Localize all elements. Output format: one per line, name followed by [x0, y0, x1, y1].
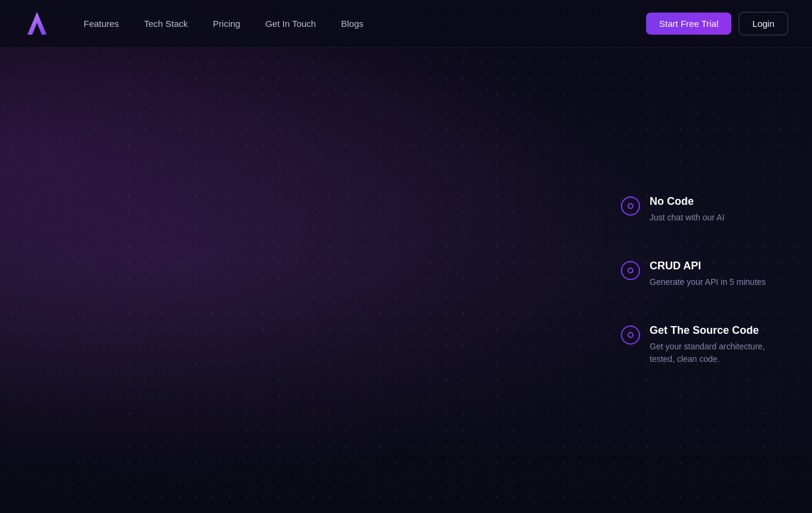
feature-no-code: No Code Just chat with our AI [621, 195, 788, 224]
nav-link-blogs[interactable]: Blogs [331, 14, 373, 33]
no-code-title: No Code [650, 195, 724, 208]
source-code-icon-inner [628, 332, 633, 338]
crud-api-description: Generate your API in 5 minutes [650, 276, 766, 288]
source-code-description: Get your standard architecture, tested, … [650, 340, 781, 365]
crud-api-text: CRUD API Generate your API in 5 minutes [650, 260, 766, 288]
hero-left [0, 48, 609, 513]
source-code-icon [621, 325, 640, 345]
nav-right: Start Free Trial Login [646, 12, 788, 35]
no-code-text: No Code Just chat with our AI [650, 195, 724, 224]
feature-source-code: Get The Source Code Get your standard ar… [621, 324, 788, 365]
logo[interactable] [24, 11, 50, 37]
crud-api-title: CRUD API [650, 260, 766, 272]
nav-link-features[interactable]: Features [74, 14, 128, 33]
source-code-text: Get The Source Code Get your standard ar… [650, 324, 781, 365]
no-code-description: Just chat with our AI [650, 211, 724, 224]
start-free-trial-button[interactable]: Start Free Trial [646, 13, 731, 35]
no-code-icon [621, 196, 640, 216]
crud-api-icon [621, 261, 640, 280]
feature-crud-api: CRUD API Generate your API in 5 minutes [621, 260, 788, 288]
features-panel: No Code Just chat with our AI CRUD API G… [609, 48, 812, 513]
navbar: Features Tech Stack Pricing Get In Touch… [0, 0, 812, 48]
logo-svg [26, 11, 48, 37]
nav-link-get-in-touch[interactable]: Get In Touch [256, 14, 325, 33]
no-code-icon-inner [628, 203, 633, 209]
nav-links: Features Tech Stack Pricing Get In Touch… [74, 14, 373, 33]
crud-api-icon-inner [628, 268, 633, 274]
main-content: No Code Just chat with our AI CRUD API G… [0, 48, 812, 513]
nav-link-tech-stack[interactable]: Tech Stack [134, 14, 197, 33]
nav-left: Features Tech Stack Pricing Get In Touch… [24, 11, 373, 37]
login-button[interactable]: Login [739, 12, 788, 35]
nav-link-pricing[interactable]: Pricing [204, 14, 250, 33]
source-code-title: Get The Source Code [650, 324, 781, 337]
